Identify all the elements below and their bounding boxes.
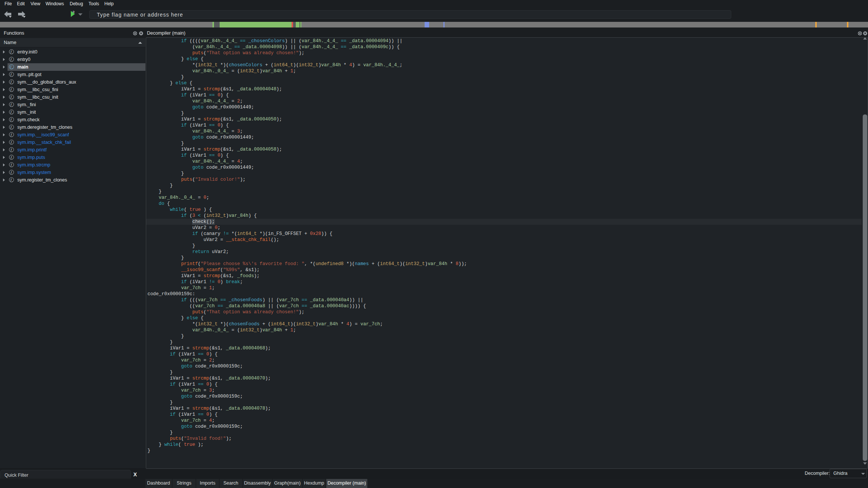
svg-text:D: D: [73, 11, 75, 13]
